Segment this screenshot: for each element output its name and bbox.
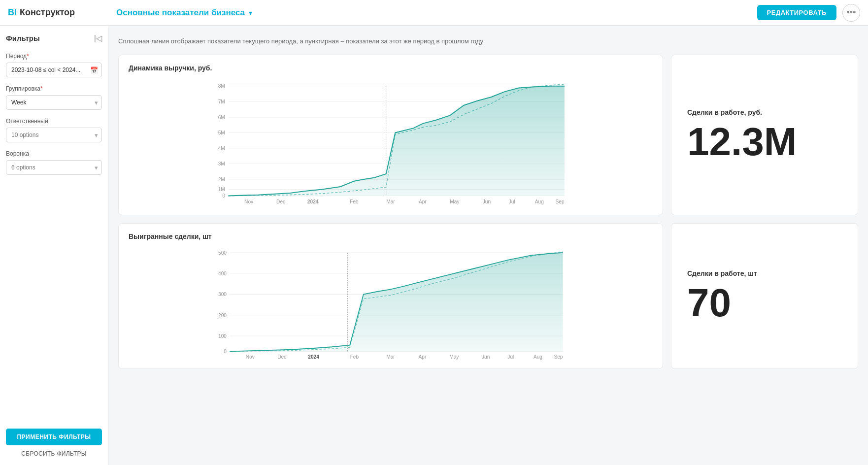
main-content: Сплошная линия отображает показатели тек… — [108, 26, 868, 465]
svg-text:0: 0 — [222, 193, 225, 199]
svg-text:Jul: Jul — [509, 199, 515, 204]
edit-button[interactable]: РЕДАКТИРОВАТЬ — [757, 5, 836, 20]
funnel-input-wrap: ▾ — [6, 160, 102, 175]
svg-text:Aug: Aug — [535, 199, 544, 204]
deals-chart-svg-wrap: 500 400 300 200 100 0 — [129, 246, 653, 362]
sidebar-header: Фильтры |◁ — [6, 33, 102, 43]
stat-card-2: Сделки в работе, шт 70 — [671, 223, 858, 369]
stat2-title: Сделки в работе, шт — [687, 269, 757, 277]
filter-responsible: Ответственный ▾ — [6, 118, 102, 142]
svg-text:7M: 7M — [218, 99, 225, 104]
filter-grouping: Группировка* Week ▾ — [6, 85, 102, 110]
svg-text:Apr: Apr — [419, 199, 427, 204]
stat1-title: Сделки в работе, руб. — [687, 108, 762, 116]
svg-text:Sep: Sep — [555, 199, 564, 204]
deals-chart-title: Выигранные сделки, шт — [129, 232, 653, 240]
grouping-select[interactable]: Week — [6, 95, 102, 110]
subtitle: Сплошная линия отображает показатели тек… — [118, 33, 858, 47]
charts-row-2: Выигранные сделки, шт 500 400 300 200 10… — [118, 223, 858, 369]
period-label: Период* — [6, 53, 102, 60]
svg-text:Jul: Jul — [507, 354, 514, 360]
charts-row-1: Динамика выручки, руб. 8M 7M 6M 5M 4M 3M… — [118, 55, 858, 215]
grouping-label: Группировка* — [6, 85, 102, 92]
more-icon: ••• — [847, 7, 856, 18]
logo-text: Конструктор — [20, 7, 75, 18]
logo-bi: BI — [8, 7, 17, 18]
logo: BI Конструктор — [8, 7, 116, 18]
chevron-down-icon[interactable]: ▾ — [249, 9, 252, 17]
svg-text:Sep: Sep — [554, 354, 563, 360]
svg-text:6M: 6M — [218, 115, 225, 120]
svg-text:Dec: Dec — [277, 354, 286, 360]
svg-text:Jun: Jun — [483, 199, 491, 204]
svg-text:Mar: Mar — [386, 354, 395, 360]
svg-text:Nov: Nov — [244, 199, 254, 204]
stat2-value: 70 — [687, 283, 731, 323]
responsible-label: Ответственный — [6, 118, 102, 125]
svg-text:0: 0 — [224, 349, 227, 354]
page-title-area: Основные показатели бизнеса ▾ — [116, 8, 757, 18]
funnel-input[interactable] — [6, 160, 102, 175]
svg-text:Feb: Feb — [350, 354, 359, 360]
more-button[interactable]: ••• — [842, 4, 860, 22]
grouping-input-wrap: Week ▾ — [6, 95, 102, 110]
svg-text:5M: 5M — [218, 130, 225, 135]
sidebar: Фильтры |◁ Период* 📅 Группировка* Week ▾ — [0, 26, 108, 465]
svg-text:Dec: Dec — [276, 199, 285, 204]
revenue-chart-title: Динамика выручки, руб. — [129, 64, 653, 72]
deals-chart-card: Выигранные сделки, шт 500 400 300 200 10… — [118, 223, 663, 369]
sidebar-title: Фильтры — [6, 34, 40, 42]
svg-text:Apr: Apr — [419, 354, 427, 360]
stat-card-1: Сделки в работе, руб. 12.3M — [671, 55, 858, 215]
layout: Фильтры |◁ Период* 📅 Группировка* Week ▾ — [0, 26, 868, 465]
svg-text:400: 400 — [218, 271, 227, 276]
svg-text:Aug: Aug — [534, 354, 542, 360]
apply-filters-button[interactable]: ПРИМЕНИТЬ ФИЛЬТРЫ — [6, 429, 102, 445]
deals-area-fill — [230, 253, 563, 352]
revenue-chart-svg: 8M 7M 6M 5M 4M 3M 2M 1M 0 — [129, 78, 653, 206]
svg-text:100: 100 — [218, 333, 227, 339]
responsible-input[interactable] — [6, 128, 102, 142]
header-actions: РЕДАКТИРОВАТЬ ••• — [757, 4, 860, 22]
period-input-wrap: 📅 — [6, 63, 102, 77]
svg-text:300: 300 — [218, 292, 227, 297]
svg-text:Nov: Nov — [246, 354, 255, 360]
svg-text:500: 500 — [218, 250, 227, 256]
svg-text:4M: 4M — [218, 146, 225, 151]
revenue-chart-svg-wrap: 8M 7M 6M 5M 4M 3M 2M 1M 0 — [129, 78, 653, 208]
svg-text:Mar: Mar — [386, 199, 395, 204]
svg-text:200: 200 — [218, 313, 227, 318]
revenue-chart-card: Динамика выручки, руб. 8M 7M 6M 5M 4M 3M… — [118, 55, 663, 215]
svg-text:1M: 1M — [218, 187, 225, 192]
svg-text:2024: 2024 — [307, 199, 319, 204]
reset-filters-button[interactable]: СБРОСИТЬ ФИЛЬТРЫ — [6, 450, 102, 457]
svg-text:2M: 2M — [218, 177, 225, 182]
funnel-label: Воронка — [6, 150, 102, 157]
filter-period: Период* 📅 — [6, 53, 102, 77]
svg-text:2024: 2024 — [308, 354, 319, 360]
svg-text:Feb: Feb — [350, 199, 359, 204]
svg-text:Jun: Jun — [482, 354, 490, 360]
collapse-icon[interactable]: |◁ — [94, 33, 102, 43]
page-title[interactable]: Основные показатели бизнеса — [116, 8, 245, 18]
responsible-input-wrap: ▾ — [6, 128, 102, 142]
svg-text:3M: 3M — [218, 161, 225, 166]
header: BI Конструктор Основные показатели бизне… — [0, 0, 868, 26]
stat1-value: 12.3M — [687, 122, 797, 162]
deals-chart-svg: 500 400 300 200 100 0 — [129, 246, 653, 360]
filter-funnel: Воронка ▾ — [6, 150, 102, 175]
svg-text:May: May — [449, 354, 459, 360]
sidebar-footer: ПРИМЕНИТЬ ФИЛЬТРЫ СБРОСИТЬ ФИЛЬТРЫ — [6, 429, 102, 457]
svg-text:May: May — [450, 199, 460, 204]
period-input[interactable] — [6, 63, 102, 77]
svg-text:8M: 8M — [218, 83, 225, 89]
